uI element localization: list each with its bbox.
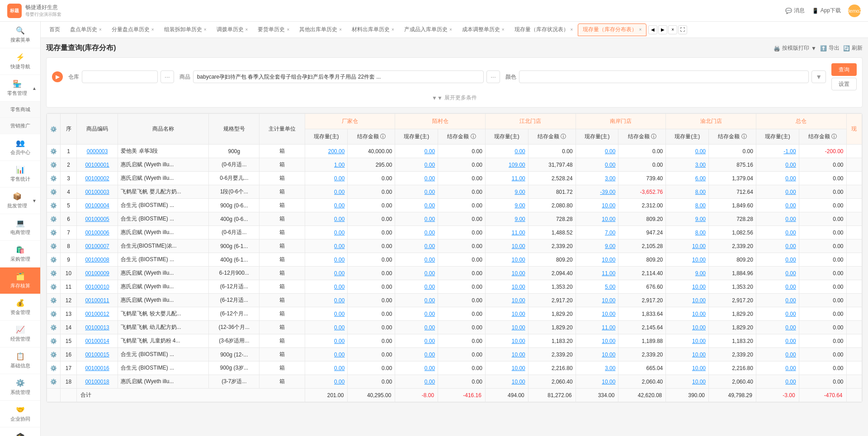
tab-close-transfer[interactable]: × bbox=[245, 27, 248, 32]
row-c1-qty: 200.00 bbox=[305, 145, 348, 158]
table-row: ⚙️ 1 0000003 爱他美 卓筝3段 900g 箱 200.00 40,0… bbox=[47, 145, 862, 158]
footer-c2-qty: -8.00 bbox=[395, 389, 438, 402]
tab-home[interactable]: 首页 bbox=[44, 23, 65, 36]
tab-finished-in[interactable]: 产成品入库单历史 × bbox=[399, 23, 457, 36]
expand-arrow-btn[interactable]: ▶ bbox=[52, 71, 63, 82]
row-gear[interactable]: ⚙️ bbox=[47, 145, 61, 158]
tab-assembly[interactable]: 组装拆卸单历史 × bbox=[159, 23, 212, 36]
tab-close-inv-status[interactable]: × bbox=[571, 27, 573, 32]
row-c1-amt: 0.00 bbox=[348, 375, 395, 389]
tab-other-out[interactable]: 其他出库单历史 × bbox=[294, 23, 347, 36]
tab-next-btn[interactable]: ▶ bbox=[658, 25, 667, 34]
sidebar-item-search[interactable]: 🔍 搜索英单 bbox=[0, 22, 40, 48]
tab-expand-btn[interactable]: ⛶ bbox=[678, 25, 687, 34]
user-avatar[interactable]: demo2 bbox=[848, 5, 861, 17]
sidebar-item-guide[interactable]: 🎓 新手引导 bbox=[0, 427, 40, 436]
row-gear[interactable]: ⚙️ bbox=[47, 375, 61, 389]
sidebar: 🔍 搜索英单 ⚡ 快捷导航 🏪 零售管理 ▲ 零售商城 营销推广 👥 会员中心 … bbox=[0, 22, 41, 436]
tab-inv-status[interactable]: 现存量（库存状况表） × bbox=[509, 23, 578, 36]
table-row: ⚙️ 14 00100013 飞鹤星飞帆 幼儿配方奶... (12-36个月..… bbox=[47, 321, 862, 334]
sidebar-item-nav[interactable]: ⚡ 快捷导航 bbox=[0, 48, 40, 75]
sidebar-item-management[interactable]: 📈 经营管理 bbox=[0, 321, 40, 347]
row-unit: 箱 bbox=[259, 348, 305, 361]
tab-close-requisition[interactable]: × bbox=[287, 27, 289, 32]
tab-requisition[interactable]: 要货单历史 × bbox=[253, 23, 294, 36]
row-spec: 400g (0-6... bbox=[209, 212, 259, 226]
sidebar-item-system[interactable]: ⚙️ 系统管理 bbox=[0, 374, 40, 401]
tab-transfer[interactable]: 调拨单历史 × bbox=[212, 23, 253, 36]
expand-conditions-btn[interactable]: ▼▼ 展开更多条件 bbox=[432, 94, 477, 102]
sidebar-item-member[interactable]: 👥 会员中心 bbox=[0, 134, 40, 161]
sidebar-item-collab[interactable]: 🤝 企业协同 bbox=[0, 401, 40, 427]
row-gear[interactable]: ⚙️ bbox=[47, 253, 61, 267]
col-group-yubei: 渝北门店 bbox=[666, 114, 756, 129]
row-spec: 900g (12-... bbox=[209, 348, 259, 361]
sidebar-item-stats[interactable]: 📊 零售统计 bbox=[0, 161, 40, 188]
export-btn[interactable]: ⬆️ 导出 bbox=[820, 44, 840, 52]
row-gear[interactable]: ⚙️ bbox=[47, 239, 61, 253]
tab-cost-adj[interactable]: 成本调整单历史 × bbox=[457, 23, 509, 36]
sidebar-item-basics[interactable]: 📋 基础信息 bbox=[0, 347, 40, 374]
tab-close-inv-dist[interactable]: × bbox=[639, 27, 642, 32]
row-gear[interactable]: ⚙️ bbox=[47, 321, 61, 334]
sidebar-item-inventory[interactable]: 🗂️ 库存核算 bbox=[0, 267, 40, 294]
row-c3-amt: 728.28 bbox=[528, 212, 576, 226]
row-extra bbox=[846, 199, 862, 212]
row-gear[interactable]: ⚙️ bbox=[47, 172, 61, 185]
sidebar-item-mall[interactable]: 零售商城 bbox=[0, 102, 40, 118]
sidebar-item-retail[interactable]: 🏪 零售管理 ▲ bbox=[0, 75, 40, 102]
tab-close-finished-in[interactable]: × bbox=[449, 27, 452, 32]
tab-fraction[interactable]: 分量盘点单历史 × bbox=[107, 23, 159, 36]
row-code: 00100005 bbox=[77, 212, 118, 226]
sidebar-item-purchase[interactable]: 🛍️ 采购管理 bbox=[0, 241, 40, 267]
tab-close-other-out[interactable]: × bbox=[339, 27, 342, 32]
tab-close-cost-adj[interactable]: × bbox=[502, 27, 505, 32]
tab-close-stocktake[interactable]: × bbox=[99, 27, 102, 32]
row-gear[interactable]: ⚙️ bbox=[47, 212, 61, 226]
tab-close-all-btn[interactable]: × bbox=[668, 25, 677, 34]
sidebar-item-marketing[interactable]: 营销推广 bbox=[0, 118, 40, 134]
tab-close-fraction[interactable]: × bbox=[151, 27, 154, 32]
warehouse-input[interactable] bbox=[82, 70, 158, 83]
tab-close-assembly[interactable]: × bbox=[204, 27, 207, 32]
sidebar-item-ecommerce[interactable]: 💻 电商管理 bbox=[0, 214, 40, 241]
row-name: 惠氏启赋 (Wyeth illu... bbox=[118, 375, 209, 389]
footer-c1-qty: 201.00 bbox=[305, 389, 348, 402]
row-t-amt: 0.00 bbox=[799, 307, 846, 321]
row-gear[interactable]: ⚙️ bbox=[47, 199, 61, 212]
row-gear[interactable]: ⚙️ bbox=[47, 158, 61, 172]
settings-btn[interactable]: 设置 bbox=[831, 78, 857, 90]
goods-dots-btn[interactable]: ··· bbox=[486, 70, 500, 83]
row-gear[interactable]: ⚙️ bbox=[47, 280, 61, 294]
row-gear[interactable]: ⚙️ bbox=[47, 294, 61, 307]
tab-material-out[interactable]: 材料出库单历史 × bbox=[347, 23, 399, 36]
row-gear[interactable]: ⚙️ bbox=[47, 307, 61, 321]
sidebar-item-wholesale[interactable]: 📦 批发管理 ▼ bbox=[0, 188, 40, 214]
print-btn[interactable]: 🖨️ 按模版打印 ▼ bbox=[774, 44, 816, 52]
tab-close-material-out[interactable]: × bbox=[392, 27, 394, 32]
row-gear[interactable]: ⚙️ bbox=[47, 334, 61, 348]
table-row: ⚙️ 7 00100006 惠氏启赋 (Wyeth illu... (0-6月适… bbox=[47, 226, 862, 239]
row-gear[interactable]: ⚙️ bbox=[47, 361, 61, 375]
tab-stocktake[interactable]: 盘点单历史 × bbox=[65, 23, 107, 36]
row-gear[interactable]: ⚙️ bbox=[47, 267, 61, 280]
row-gear[interactable]: ⚙️ bbox=[47, 185, 61, 199]
row-code: 00100014 bbox=[77, 334, 118, 348]
row-gear[interactable]: ⚙️ bbox=[47, 226, 61, 239]
row-c5-amt: 1,829.20 bbox=[709, 321, 756, 334]
color-input[interactable] bbox=[519, 70, 809, 83]
color-arrow-btn[interactable]: ▼ bbox=[811, 70, 826, 83]
sidebar-item-finance[interactable]: 💰 资金管理 bbox=[0, 294, 40, 321]
refresh-btn[interactable]: 🔄 刷新 bbox=[843, 44, 863, 52]
message-btn[interactable]: 💬 消息 bbox=[785, 7, 805, 14]
goods-input[interactable] bbox=[193, 70, 484, 83]
tab-prev-btn[interactable]: ◀ bbox=[648, 25, 657, 34]
row-t-qty: 0.00 bbox=[756, 172, 799, 185]
query-btn[interactable]: 查询 bbox=[831, 63, 857, 76]
row-c1-qty: 0.00 bbox=[305, 212, 348, 226]
row-gear[interactable]: ⚙️ bbox=[47, 348, 61, 361]
download-btn[interactable]: 📱 App下载 bbox=[812, 7, 841, 14]
row-c4-qty: 10.00 bbox=[576, 375, 618, 389]
tab-inv-dist[interactable]: 现存量（库存分布表） × bbox=[578, 23, 646, 36]
warehouse-dots-btn[interactable]: ··· bbox=[160, 70, 174, 83]
